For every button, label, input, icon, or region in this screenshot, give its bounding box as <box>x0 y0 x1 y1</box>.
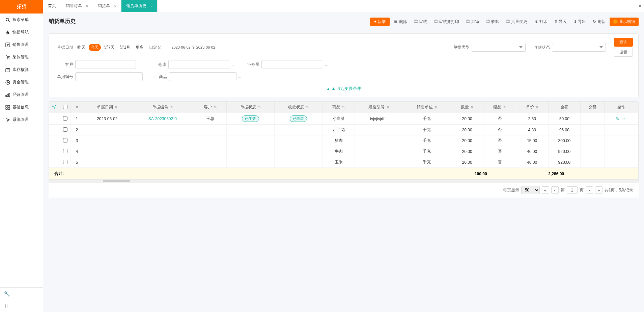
cell-doc-no[interactable] <box>131 135 194 146</box>
cell-doc-status: 已生效 <box>226 113 274 125</box>
th-receipt-status[interactable]: 收款状态 ⇅ <box>274 102 322 113</box>
tab-delivery[interactable]: 销货单 × <box>93 0 121 12</box>
filter-salesperson-input[interactable] <box>261 60 322 69</box>
th-sales-unit[interactable]: 销售单位 ⇅ <box>403 102 451 113</box>
abandon-button[interactable]: ◎ 弃审 <box>463 18 482 26</box>
collapse-button[interactable]: ▲ ▲ 收起更多条件 <box>54 84 633 93</box>
scrollbar-thumb[interactable] <box>103 180 130 182</box>
cell-doc-no[interactable] <box>131 157 194 168</box>
row-checkbox[interactable] <box>63 149 67 153</box>
tab-sales-order[interactable]: 销售订单 × <box>61 0 93 12</box>
cell-doc-no[interactable] <box>131 146 194 157</box>
date-tag-today[interactable]: 今天 <box>89 44 101 51</box>
next-page-button[interactable]: › <box>586 186 593 194</box>
filter-goods-ellipsis[interactable]: ... <box>236 74 243 80</box>
th-doc-status[interactable]: 单据状态 ⇅ <box>226 102 274 113</box>
cell-unit-price: 2.50 <box>516 113 548 125</box>
first-page-button[interactable]: « <box>542 186 549 194</box>
sidebar-item-basic-info[interactable]: 基础信息 <box>0 101 43 113</box>
action-more-button[interactable]: ⋯ <box>621 116 628 121</box>
new-button[interactable]: + 新增 <box>370 18 390 26</box>
th-doc-no[interactable]: 单据编号 ⇅ <box>131 102 194 113</box>
per-page-select[interactable]: 50 100 <box>521 186 540 194</box>
th-spec[interactable]: 规格型号 ⇅ <box>355 102 403 113</box>
table-row: 3 猪肉 千克 20.00 否 15.00 300.00 <box>49 135 638 146</box>
prev-page-button[interactable]: ‹ <box>551 186 559 194</box>
date-tag-custom[interactable]: 自定义 <box>147 44 163 51</box>
export-button[interactable]: ⬇ 导出 <box>571 18 589 26</box>
row-checkbox[interactable] <box>63 116 67 121</box>
cell-checkbox[interactable] <box>60 113 71 125</box>
delete-button[interactable]: 🗑 删除 <box>391 18 410 26</box>
date-tag-1month[interactable]: 近1月 <box>118 44 133 51</box>
sidebar-item-sys-mgmt[interactable]: 系统管理 <box>0 113 43 126</box>
sidebar-item-inventory-calc[interactable]: 库存核算 <box>0 63 43 76</box>
audit-print-button[interactable]: ◎ 审核并打印 <box>431 18 462 26</box>
row-checkbox[interactable] <box>63 138 67 142</box>
sidebar-item-search-menu[interactable]: 搜索菜单 <box>0 14 43 26</box>
tab-delivery-history-close[interactable]: × <box>150 4 152 8</box>
filter-warehouse-input[interactable] <box>168 60 229 69</box>
cell-checkbox[interactable] <box>60 146 71 157</box>
table-row: 4 牛肉 千克 20.00 否 46.00 920.00 <box>49 146 638 157</box>
search-menu-icon <box>5 17 10 23</box>
row-checkbox[interactable] <box>63 160 67 164</box>
th-doc-date[interactable]: 单据日期 ⇅ <box>83 102 131 113</box>
page-number-input[interactable]: 1 <box>567 186 578 194</box>
date-tag-more[interactable]: 更多 <box>134 44 146 51</box>
sidebar-footer-help[interactable]: 🔧 <box>0 288 43 300</box>
sidebar-item-finance-mgmt[interactable]: 资金管理 <box>0 76 43 88</box>
cell-doc-no[interactable]: SA-20230602-0 <box>131 113 194 125</box>
query-button[interactable]: 查询 <box>614 38 633 47</box>
tabs-bar-end: × <box>639 3 644 9</box>
import-button[interactable]: ⬆ 导入 <box>552 18 569 26</box>
filter-warehouse-ellipsis[interactable]: ... <box>229 61 235 68</box>
date-tag-yesterday[interactable]: 昨天 <box>75 44 87 51</box>
sidebar-item-quick-nav[interactable]: 快捷导航 <box>0 26 43 38</box>
batch-change-button[interactable]: ◎ 批量变更 <box>503 18 530 26</box>
row-checkbox[interactable] <box>63 127 67 132</box>
cell-gift: 否 <box>483 125 516 135</box>
last-page-button[interactable]: » <box>595 186 603 194</box>
sidebar-item-ops-mgmt[interactable]: 经营管理 <box>0 88 43 101</box>
action-edit-button[interactable]: ✎ <box>615 116 620 121</box>
tab-delivery-close[interactable]: × <box>114 4 116 8</box>
filter-goods-input[interactable] <box>169 72 236 81</box>
receive-button[interactable]: ◎ 收款 <box>483 18 502 26</box>
filter-customer-input[interactable] <box>75 60 136 69</box>
th-goods[interactable]: 商品 ⇅ <box>323 102 355 113</box>
tab-home[interactable]: 首页 <box>43 0 61 12</box>
cell-checkbox[interactable] <box>60 157 71 168</box>
sidebar-footer-pause[interactable]: ⏸ <box>0 300 43 312</box>
th-unit-price[interactable]: 单价 ⇅ <box>516 102 548 113</box>
audit-button[interactable]: ◎ 审核 <box>411 18 430 26</box>
th-customer[interactable]: 客户 ⇅ <box>194 102 226 113</box>
refresh-button[interactable]: ↻ 刷新 <box>590 18 608 26</box>
sidebar-item-purchase-mgmt[interactable]: 采购管理 <box>0 51 43 63</box>
filter-customer-ellipsis[interactable]: ... <box>136 61 142 68</box>
th-qty[interactable]: 数量 ⇅ <box>451 102 483 113</box>
setting-button[interactable]: 设置 <box>614 48 633 57</box>
filter-receipt-select[interactable] <box>552 43 606 52</box>
horizontal-scrollbar[interactable] <box>49 179 638 182</box>
cell-doc-no[interactable] <box>131 125 194 135</box>
th-checkbox[interactable] <box>60 102 71 113</box>
svg-point-20 <box>54 106 55 107</box>
th-gift[interactable]: 赠品 ⇅ <box>483 102 516 113</box>
th-settings[interactable] <box>49 102 60 113</box>
window-close-button[interactable]: × <box>639 3 641 9</box>
show-detail-button[interactable]: 🟠 显示明细 <box>610 18 639 26</box>
select-all-checkbox[interactable] <box>63 105 67 109</box>
tab-sales-order-close[interactable]: × <box>86 4 88 8</box>
cell-checkbox[interactable] <box>60 135 71 146</box>
sidebar-item-sales-mgmt[interactable]: 销售管理 <box>0 38 43 51</box>
filter-docno-input[interactable] <box>75 72 143 81</box>
print-button[interactable]: 🖨 打印 <box>531 18 550 26</box>
filter-doctype-select[interactable] <box>472 43 526 52</box>
per-page-label: 每页显示 <box>503 187 519 193</box>
inventory-calc-icon <box>5 67 10 73</box>
cell-checkbox[interactable] <box>60 125 71 135</box>
filter-salesperson-ellipsis[interactable]: ... <box>322 61 328 68</box>
date-tag-7days[interactable]: 近7天 <box>102 44 117 51</box>
tab-delivery-history[interactable]: 销货单历史 × <box>121 0 158 12</box>
